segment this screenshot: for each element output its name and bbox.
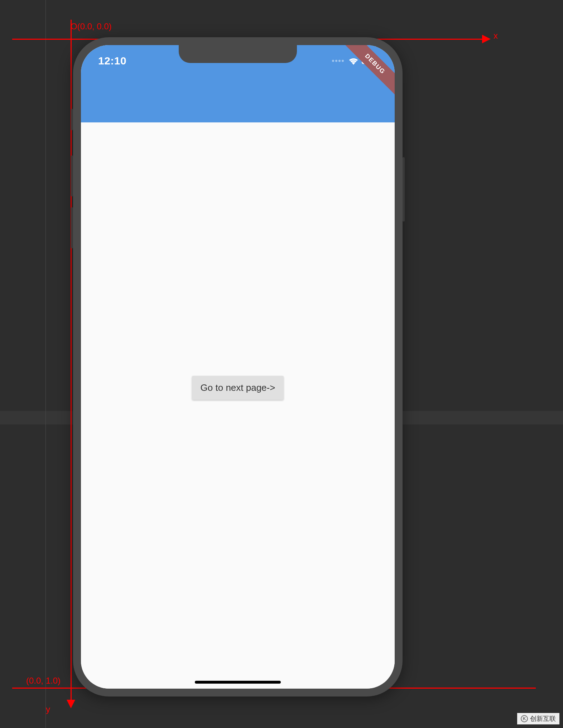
debug-banner-text: DEBUG <box>342 45 395 97</box>
watermark: K 创新互联 <box>517 713 559 724</box>
phone-frame: 12:10 <box>73 37 403 697</box>
origin-label: O(0.0, 0.0) <box>71 21 112 31</box>
status-time: 12:10 <box>98 55 126 67</box>
go-to-next-page-button[interactable]: Go to next page-> <box>192 376 284 400</box>
phone-volume-down <box>71 207 73 248</box>
phone-mute-switch <box>71 109 73 130</box>
y-axis-label: y <box>46 704 50 714</box>
phone-volume-up <box>71 155 73 196</box>
vertical-guide <box>45 0 46 728</box>
phone-notch <box>179 45 297 63</box>
phone-power-button <box>403 157 405 222</box>
watermark-logo-icon: K <box>521 715 528 722</box>
watermark-text: 创新互联 <box>530 714 556 723</box>
debug-banner: DEBUG <box>337 45 395 102</box>
app-content: Go to next page-> <box>81 122 395 689</box>
phone-screen: 12:10 <box>81 45 395 689</box>
home-indicator[interactable] <box>195 681 281 684</box>
bottom-coord-label: (0.0, 1.0) <box>26 676 61 686</box>
x-axis-label: x <box>494 31 498 41</box>
